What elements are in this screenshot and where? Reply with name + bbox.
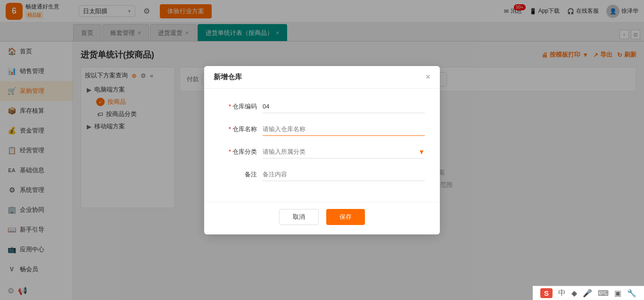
name-label: 仓库名称: [219, 125, 257, 133]
code-label: 仓库编码: [219, 102, 257, 111]
category-label: 仓库分类: [219, 148, 257, 156]
category-input[interactable]: [263, 145, 425, 158]
modal-header: 新增仓库 ×: [204, 66, 440, 89]
remark-input[interactable]: [263, 168, 425, 181]
layout-icon[interactable]: ▣: [614, 289, 621, 298]
tools-icon[interactable]: 🔧: [627, 289, 636, 298]
code-input[interactable]: [263, 100, 425, 113]
form-row-code: 仓库编码: [219, 100, 425, 113]
save-button[interactable]: 保存: [326, 209, 365, 225]
remark-label: 备注: [219, 170, 257, 179]
dot-icon: ◆: [571, 289, 577, 298]
form-row-category: 仓库分类 ▼: [219, 145, 425, 158]
form-row-remark: 备注: [219, 168, 425, 181]
cancel-button[interactable]: 取消: [279, 209, 319, 225]
modal-overlay: 新增仓库 × 仓库编码 仓库名称 仓库分类 ▼: [0, 0, 644, 300]
chinese-input-label: 中: [558, 288, 566, 298]
bottom-bar: S 中 ◆ 🎤 ⌨ ▣ 🔧: [533, 286, 644, 300]
modal-dialog: 新增仓库 × 仓库编码 仓库名称 仓库分类 ▼: [204, 66, 440, 234]
modal-body: 仓库编码 仓库名称 仓库分类 ▼ 备注: [204, 89, 440, 202]
s-logo: S: [540, 288, 553, 298]
category-dropdown-icon[interactable]: ▼: [418, 148, 425, 156]
name-input[interactable]: [263, 123, 425, 136]
modal-footer: 取消 保存: [204, 202, 440, 234]
modal-close-btn[interactable]: ×: [425, 73, 430, 81]
microphone-icon[interactable]: 🎤: [583, 289, 592, 298]
keyboard-icon[interactable]: ⌨: [598, 289, 609, 298]
category-input-wrap: ▼: [263, 145, 425, 158]
form-row-name: 仓库名称: [219, 123, 425, 136]
modal-title: 新增仓库: [214, 73, 242, 82]
